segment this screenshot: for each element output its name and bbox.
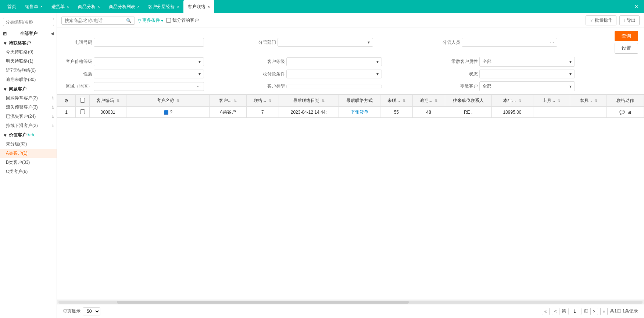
settings-button[interactable]: 设置 <box>615 43 638 54</box>
sidebar-item-ungrouped[interactable]: 未分组(32) <box>0 139 57 149</box>
search-input[interactable] <box>65 18 126 23</box>
my-customers-checkbox[interactable] <box>166 18 171 23</box>
scrollbar-track[interactable] <box>58 301 643 304</box>
person-select[interactable]: ··· <box>462 38 557 47</box>
sidebar-item-c-class[interactable]: C类客户(6) <box>0 167 57 176</box>
window-close-button[interactable]: × <box>632 3 641 10</box>
sidebar-item-declining[interactable]: 持续下滑客户(2) ℹ <box>0 121 57 130</box>
search-box[interactable]: 🔍 <box>61 17 135 25</box>
nav-analysis-list[interactable]: 商品分析列表 × <box>104 0 144 13</box>
status-select[interactable]: ▾ <box>479 70 575 78</box>
gear-icon[interactable]: ⚙ <box>64 98 68 103</box>
my-customers-checkbox-label[interactable]: 我分管的客户 <box>166 17 199 24</box>
sidebar-search-input[interactable] <box>6 20 57 25</box>
horizontal-scrollbar[interactable] <box>57 300 644 304</box>
payment-select[interactable]: ▾ <box>286 70 382 78</box>
retail-attr-select[interactable]: 全部 ▾ <box>479 57 575 67</box>
sidebar-item-rebuy-abnormal[interactable]: 回购异常客户(2) ℹ <box>0 93 57 103</box>
code-sort-icon[interactable]: ⇅ <box>117 99 119 103</box>
table-header-row: ⚙ 客户编码 ⇅ 客户名称 ⇅ <box>57 95 644 107</box>
nav-purchase[interactable]: 进货单 × <box>47 0 74 13</box>
top-nav: 首页 销售单 × 进货单 × 商品分析 × 商品分析列表 × 客户分层经营 × … <box>0 0 644 13</box>
nav-analysis-close[interactable]: × <box>98 5 100 9</box>
filter-more-btn[interactable]: ▽ 更多条件 ▾ <box>138 17 163 24</box>
unlinked-sort-icon[interactable]: ⇅ <box>402 99 405 103</box>
price-level-select[interactable]: ▾ <box>94 57 204 66</box>
page-number-input[interactable] <box>568 308 582 315</box>
lastmonth-sort-icon[interactable]: ⇅ <box>557 99 560 103</box>
sidebar-collapse-icon[interactable]: ◀ <box>51 31 54 36</box>
phone-input[interactable] <box>94 38 204 47</box>
dept-select[interactable]: ▾ <box>278 38 373 47</box>
sidebar-section-pending[interactable]: ▼ 待联络客户 <box>0 38 57 47</box>
value-section-label: 价值客户 <box>9 132 26 138</box>
row-last-method[interactable]: 下销货单 <box>339 107 380 118</box>
nav-analysis-list-close[interactable]: × <box>137 5 140 9</box>
nav-customer-mgmt-close[interactable]: × <box>177 5 179 9</box>
value-refresh-icon[interactable]: ↻ <box>27 133 31 138</box>
cust-level-select[interactable]: ▾ <box>286 57 382 66</box>
nature-select[interactable]: ▾ <box>94 70 204 78</box>
col-action-header: 联络动作 <box>607 95 644 107</box>
query-button[interactable]: 查询 <box>615 31 638 41</box>
filter-row-1: 电话号码 分管部门 ▾ 分管人员 ··· <box>63 31 638 54</box>
thismonth-sort-icon[interactable]: ⇅ <box>594 99 597 103</box>
nav-customer-contact-close[interactable]: × <box>208 5 210 9</box>
region-select[interactable]: ··· <box>94 82 204 91</box>
contact-sort-icon[interactable]: ⇅ <box>268 99 271 103</box>
cust-level-label: 客户等级 <box>255 59 285 65</box>
row-chat-icon[interactable]: 💬 <box>619 110 625 115</box>
last-page-button[interactable]: » <box>600 308 608 315</box>
sidebar-item-churn-warning[interactable]: 流失预警客户(3) ℹ <box>0 103 57 112</box>
filter-cell-cust-level: 客户等级 ▾ <box>255 57 445 66</box>
prev-page-button[interactable]: < <box>552 308 559 315</box>
nav-sales[interactable]: 销售单 × <box>21 0 47 13</box>
col-date-header: 最后联络日期 ⇅ <box>279 95 339 107</box>
export-button[interactable]: ↑ 导出 <box>619 15 640 25</box>
last-method-link[interactable]: 下销货单 <box>351 109 368 114</box>
nav-customer-contact[interactable]: 客户联络 × <box>183 0 214 13</box>
first-page-button[interactable]: « <box>542 308 550 315</box>
row-grid-icon[interactable]: ⊞ <box>627 110 631 115</box>
row-code: 000031 <box>89 107 126 118</box>
sidebar-item-a-class[interactable]: A类客户(1) <box>0 149 57 158</box>
nav-home[interactable]: 首页 <box>3 0 21 13</box>
search-icon[interactable]: 🔍 <box>126 18 132 23</box>
type-sort-icon[interactable]: ⇅ <box>234 99 237 103</box>
sidebar-all-customers[interactable]: ⊞ 全部客户 ◀ <box>0 29 57 38</box>
name-sort-icon[interactable]: ⇅ <box>176 99 179 103</box>
date-sort-icon[interactable]: ⇅ <box>322 99 325 103</box>
retail-select[interactable]: 全部 ▾ <box>479 81 575 91</box>
sidebar-item-b-class[interactable]: B类客户(33) <box>0 158 57 167</box>
filter-icon: ▽ <box>138 18 141 23</box>
scrollbar-thumb[interactable] <box>117 301 409 304</box>
col-check[interactable] <box>76 95 90 107</box>
sidebar-item-churned[interactable]: 已流失客户(24) ℹ <box>0 112 57 121</box>
nav-customer-mgmt[interactable]: 客户分层经营 × <box>144 0 183 13</box>
sidebar-item-overdue[interactable]: 逾期未联络(30) <box>0 75 57 84</box>
batch-op-button[interactable]: ☑ 批量操作 <box>586 15 616 25</box>
sidebar-item-today[interactable]: 今天待联络(0) <box>0 47 57 57</box>
value-edit-icon[interactable]: ✎ <box>31 133 35 138</box>
nav-purchase-close[interactable]: × <box>67 5 69 9</box>
overdue-sort-icon[interactable]: ⇅ <box>434 99 437 103</box>
content-area: 🔍 ▽ 更多条件 ▾ 我分管的客户 ☑ 批量操作 ↑ 导出 <box>57 13 644 318</box>
churned-label: 已流失客户(24) <box>6 113 36 120</box>
cust-type-label: 客户类型 <box>255 83 285 89</box>
next-page-button[interactable]: > <box>590 308 598 315</box>
sidebar-search-box[interactable]: 🔍 <box>3 18 54 26</box>
select-all-checkbox[interactable] <box>80 98 85 103</box>
sidebar-section-problem[interactable]: ▼ 问题客户 <box>0 84 57 93</box>
sidebar-item-tomorrow[interactable]: 明天待联络(1) <box>0 57 57 66</box>
row-check[interactable] <box>76 107 90 118</box>
nav-sales-close[interactable]: × <box>40 5 43 9</box>
page-size-select[interactable]: 50 <box>83 307 100 315</box>
nav-analysis[interactable]: 商品分析 × <box>74 0 104 13</box>
cust-type-select[interactable] <box>286 85 382 88</box>
sidebar-item-7days[interactable]: 近7天待联络(0) <box>0 66 57 75</box>
today-label: 今天待联络(0) <box>6 49 33 55</box>
row-checkbox[interactable] <box>80 109 85 114</box>
year-sort-icon[interactable]: ⇅ <box>518 99 521 103</box>
sidebar-section-value[interactable]: ▼ 价值客户 ↻ ✎ <box>0 130 57 139</box>
col-gear[interactable]: ⚙ <box>57 95 76 107</box>
